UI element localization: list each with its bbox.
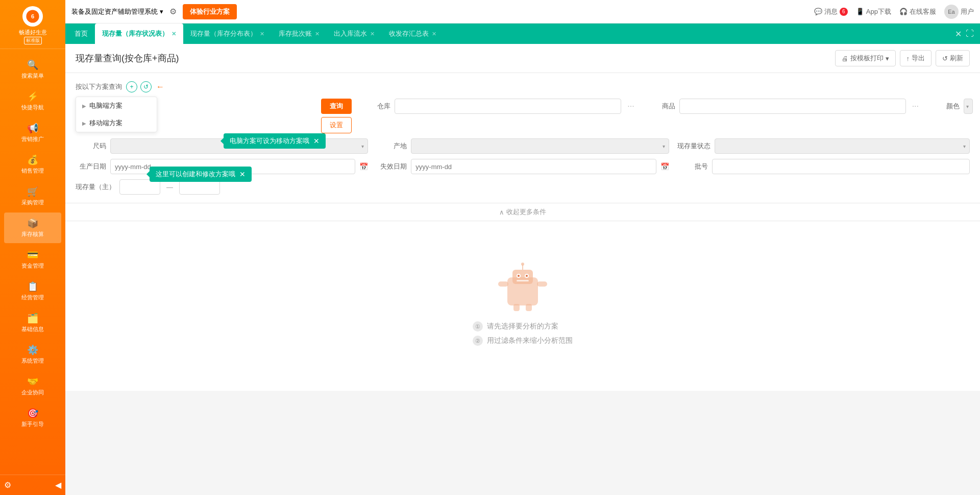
warehouse-dots[interactable]: ··· (625, 102, 636, 111)
tooltip-pc-close[interactable]: ✕ (313, 137, 320, 145)
batch-input[interactable] (712, 159, 970, 174)
support-label: 在线客服 (910, 7, 936, 16)
batch-label: 批号 (677, 162, 708, 171)
sidebar-item-purchase[interactable]: 🛒 采购管理 (4, 181, 61, 211)
top-header: 装备及固定资产辅助管理系统 ▾ ⚙ 体验行业方案 💬 消息 6 📱 App下载 … (65, 0, 980, 23)
sidebar-item-marketing[interactable]: 📢 营销推广 (4, 117, 61, 148)
header-settings-btn[interactable]: ⚙ (169, 7, 177, 16)
back-btn[interactable]: ← (155, 81, 166, 92)
tab-close-inventory-batch[interactable]: ✕ (315, 31, 320, 37)
tab-inout-flow[interactable]: 出入库流水✕ (327, 23, 382, 44)
settings-footer-btn[interactable]: ⚙ (4, 480, 11, 490)
tab-bar-right: ✕ ⛶ (955, 29, 978, 39)
logo-icon: 6 (22, 6, 43, 27)
tab-close-inventory-dist[interactable]: ✕ (260, 31, 264, 37)
sidebar-item-system[interactable]: ⚙️ 系统管理 (4, 339, 61, 370)
basic-icon: 🗂️ (27, 313, 38, 324)
collapse-icon: ∧ (499, 208, 504, 216)
step1-text: 请先选择要分析的方案 (487, 322, 558, 331)
sidebar-item-label-sales: 销售管理 (21, 167, 44, 175)
sidebar-item-enterprise[interactable]: 🤝 企业协同 (4, 371, 61, 402)
sidebar-item-basic[interactable]: 🗂️ 基础信息 (4, 308, 61, 338)
print-chevron-icon: ▾ (886, 55, 889, 62)
sidebar-item-search[interactable]: 🔍 搜索菜单 (4, 54, 61, 85)
tab-inventory-status[interactable]: 现存量（库存状况表）✕ (95, 23, 183, 44)
tooltip-create-close[interactable]: ✕ (239, 170, 246, 178)
search-btn[interactable]: 查询 (321, 99, 352, 114)
stock-status-select[interactable] (715, 138, 970, 154)
sidebar-item-label-system: 系统管理 (21, 357, 44, 365)
warehouse-input[interactable] (395, 99, 621, 114)
tooltip-pc-text: 电脑方案可设为移动方案哦 (230, 136, 309, 146)
tab-label-home: 首页 (75, 29, 88, 38)
reset-btn[interactable]: 设置 (321, 117, 352, 133)
messages-btn[interactable]: 💬 消息 6 (814, 7, 848, 16)
fullscreen-btn[interactable]: ⛶ (966, 29, 974, 38)
sidebar-item-sales[interactable]: 💰 销售管理 (4, 149, 61, 180)
sidebar-item-guide[interactable]: 🎯 新手引导 (4, 403, 61, 433)
trial-btn[interactable]: 体验行业方案 (183, 4, 237, 19)
svg-rect-12 (526, 304, 532, 311)
add-scheme-btn[interactable]: + (126, 81, 137, 92)
stock-main-label: 现存量（主） (76, 182, 115, 192)
tab-bar: 首页现存量（库存状况表）✕现存量（库存分布表）✕库存批次账✕出入库流水✕收发存汇… (65, 23, 980, 44)
search-icon: 🔍 (27, 59, 38, 70)
tab-inventory-batch[interactable]: 库存批次账✕ (272, 23, 327, 44)
filter-goods: 商品 ··· (645, 99, 921, 114)
chevron-down-icon: ▾ (160, 8, 163, 15)
close-all-tabs-btn[interactable]: ✕ (955, 29, 962, 39)
sidebar-item-inventory[interactable]: 📦 库存核算 (4, 213, 61, 243)
goods-label: 商品 (645, 102, 675, 111)
print-btn[interactable]: 🖨 按模板打印 ▾ (835, 50, 896, 66)
refresh-btn[interactable]: ↺ 刷新 (936, 50, 970, 66)
sidebar-item-finance[interactable]: 💳 资金管理 (4, 244, 61, 275)
svg-point-7 (526, 275, 528, 277)
system-icon: ⚙️ (27, 344, 38, 356)
system-title-select[interactable]: 装备及固定资产辅助管理系统 ▾ (71, 7, 163, 16)
sidebar-item-quick[interactable]: ⚡ 快捷导航 (4, 86, 61, 116)
exp-date-cal-icon[interactable]: 📅 (660, 162, 669, 171)
prod-date-label: 生产日期 (76, 162, 106, 171)
user-btn[interactable]: Ea 用户 (944, 5, 974, 19)
purchase-icon: 🛒 (27, 186, 38, 197)
message-icon: 💬 (814, 8, 822, 15)
tab-close-inout-flow[interactable]: ✕ (370, 31, 375, 37)
tooltip-create-text: 这里可以创建和修改方案哦 (156, 170, 235, 179)
logo-badge: 标准版 (24, 37, 42, 44)
collapse-bar[interactable]: ∧ 收起更多条件 (65, 203, 980, 221)
tab-label-inventory-status: 现存量（库存状况表） (102, 29, 168, 38)
stock-status-select-wrapper: ▾ (715, 138, 970, 154)
collapse-footer-btn[interactable]: ◀ (55, 480, 61, 490)
export-btn[interactable]: ↑ 导出 (900, 50, 932, 66)
tab-inventory-dist[interactable]: 现存量（库存分布表）✕ (183, 23, 272, 44)
support-btn[interactable]: 🎧 在线客服 (899, 7, 936, 16)
refresh-scheme-btn[interactable]: ↺ (140, 81, 152, 92)
step2-text: 用过滤条件来缩小分析范围 (487, 336, 573, 345)
sidebar-item-label-guide: 新手引导 (21, 420, 44, 428)
prod-date-cal-icon[interactable]: 📅 (359, 162, 368, 171)
tab-receive-summary[interactable]: 收发存汇总表✕ (382, 23, 444, 44)
page-actions: 🖨 按模板打印 ▾ ↑ 导出 ↺ 刷新 (835, 50, 970, 66)
tab-close-inventory-status[interactable]: ✕ (172, 31, 176, 37)
svg-rect-9 (498, 281, 508, 287)
warehouse-label: 仓库 (360, 102, 390, 111)
msg-badge: 6 (840, 8, 848, 16)
app-download-btn[interactable]: 📱 App下载 (856, 7, 891, 16)
tab-close-receive-summary[interactable]: ✕ (432, 31, 436, 37)
goods-input[interactable] (679, 99, 906, 114)
tab-home[interactable]: 首页 (67, 23, 95, 44)
sidebar-item-operation[interactable]: 📋 经营管理 (4, 276, 61, 307)
origin-select[interactable] (411, 138, 669, 154)
filter-grid-row2: 尺码 ▾ 产地 ▾ 现存量状态 ▾ (76, 138, 970, 154)
goods-dots[interactable]: ··· (910, 102, 921, 111)
scheme-item-pc[interactable]: ▶ 电脑端方案 (76, 97, 157, 114)
origin-label: 产地 (376, 142, 407, 151)
exp-date-input[interactable] (411, 159, 656, 174)
scheme-item-mobile[interactable]: ▶ 移动端方案 (76, 114, 157, 132)
filter-header-actions: + ↺ ← (126, 81, 166, 92)
refresh-icon: ↺ (942, 55, 948, 62)
color-select[interactable] (964, 99, 973, 114)
sidebar: 6 畅通好生意 标准版 🔍 搜索菜单 ⚡ 快捷导航 📢 营销推广 💰 销售管理 … (0, 0, 65, 495)
chevron-right-icon-2: ▶ (82, 121, 86, 126)
sidebar-item-label-basic: 基础信息 (21, 325, 44, 333)
